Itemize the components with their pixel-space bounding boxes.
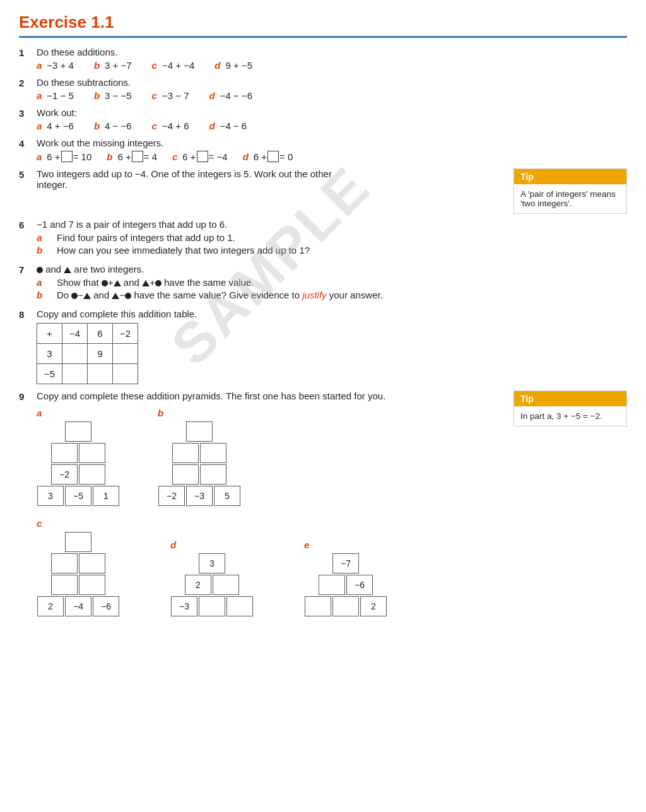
justify-word: justify <box>302 290 326 300</box>
question-2: 2 Do these subtractions. a−1 − 5 b3 − −5… <box>19 77 627 101</box>
q7-number: 7 <box>19 264 37 275</box>
pyr-a-top <box>65 421 91 442</box>
pyr-b-r3 <box>200 464 226 485</box>
pyramid-c-label: c <box>37 518 42 529</box>
triangle-icon <box>64 267 71 273</box>
pyr-e-base-3: 2 <box>360 596 387 616</box>
pyramid-d-label: d <box>170 539 176 550</box>
triangle-icon-a2 <box>142 280 150 286</box>
pyr-e-base-2 <box>332 596 359 616</box>
q8-text: Copy and complete this addition table. <box>37 309 627 319</box>
q5-number: 5 <box>19 169 37 180</box>
q6-text: −1 and 7 is a pair of integers that add … <box>37 219 627 230</box>
q1-part-b-label: b <box>94 60 100 71</box>
circle-icon-a2 <box>155 280 162 286</box>
q2-part-c-expr: −3 − 7 <box>162 90 189 101</box>
pyramid-b-shape: −2 −3 5 <box>158 421 241 507</box>
q1-number: 1 <box>19 47 37 58</box>
pyr-c-base-3: −6 <box>93 596 119 616</box>
pyr-b-base-1: −2 <box>158 486 185 506</box>
q7-sub-a: a Show that + and + have the same value. <box>37 277 627 288</box>
pyr-e-r2: −6 <box>346 575 373 595</box>
pyr-b-base-2: −3 <box>186 486 213 506</box>
pyr-d-l2: 2 <box>185 575 211 595</box>
tip-box-q5: Tip A 'pair of integers' means 'two inte… <box>514 168 627 214</box>
table-header-col1: −4 <box>62 324 88 344</box>
pyr-b-l2 <box>172 443 199 463</box>
q1-part-d-label: d <box>214 60 220 71</box>
triangle-icon-b2 <box>112 293 119 299</box>
pyr-d-top: 3 <box>199 553 225 574</box>
tip-q5-body: A 'pair of integers' means 'two integers… <box>514 184 626 213</box>
table-header-plus: + <box>37 324 62 344</box>
q4-part-c-label: c <box>172 151 177 162</box>
q1-text: Do these additions. <box>37 47 627 57</box>
q7-sub-b-label: b <box>37 290 54 300</box>
pyr-c-l2 <box>51 553 78 574</box>
q6-sub-b-text: How can you see immediately that two int… <box>57 245 310 256</box>
q4-part-a-after: = 10 <box>73 151 92 162</box>
pyr-d-r2 <box>213 575 239 595</box>
q5-text: Two integers add up to −4. One of the in… <box>37 168 365 190</box>
q4-part-d-before: 6 + <box>254 151 267 162</box>
pyr-a-base-1: 3 <box>37 486 64 506</box>
q2-text: Do these subtractions. <box>37 77 627 88</box>
pyr-a-bot-l: −2 <box>51 464 78 485</box>
table-header-col3: −2 <box>113 324 138 344</box>
pyramid-a-shape: −2 3 −5 1 <box>37 421 120 507</box>
pyr-d-base-2 <box>199 596 225 616</box>
q1-part-c-label: c <box>152 60 157 71</box>
question-7: 7 and are two integers. a Show that + an… <box>19 264 627 302</box>
question-3: 3 Work out: a4 + −6 b4 − −6 c−4 + 6 d−4 … <box>19 107 627 131</box>
q3-text: Work out: <box>37 107 627 118</box>
q8-number: 8 <box>19 309 37 320</box>
q2-part-a-expr: −1 − 5 <box>47 90 74 101</box>
q1-part-a-expr: −3 + 4 <box>47 60 74 71</box>
table-row-neg5-cell2 <box>88 364 113 384</box>
q7-sub-b: b Do − and − have the same value? Give e… <box>37 290 627 300</box>
q2-part-d-label: d <box>209 90 215 101</box>
q2-part-a-label: a <box>37 90 42 101</box>
pyr-c-base-2: −4 <box>65 596 91 616</box>
table-header-row: + −4 6 −2 <box>37 324 138 344</box>
question-6: 6 −1 and 7 is a pair of integers that ad… <box>19 219 627 257</box>
q9-number: 9 <box>19 391 37 402</box>
q1-part-d-expr: 9 + −5 <box>225 60 252 71</box>
q4-missing-b <box>132 151 143 162</box>
q3-part-b-label: b <box>94 121 100 131</box>
q4-missing-a <box>61 151 73 162</box>
circle-icon-b2 <box>125 293 131 299</box>
q1-part-c-expr: −4 + −4 <box>162 60 194 71</box>
pyr-b-top <box>186 421 213 442</box>
q6-sub-b-label: b <box>37 245 54 256</box>
table-row3-label: 3 <box>37 344 62 364</box>
q4-missing-d <box>267 151 279 162</box>
q6-sub-b: b How can you see immediately that two i… <box>37 245 627 256</box>
pyramid-d: d 3 2 −3 <box>170 539 254 617</box>
q7-sub-a-text: Show that + and + have the same value. <box>57 277 254 288</box>
tip-box-q9: Tip In part a, 3 + −5 = −2. <box>514 391 627 427</box>
question-1: 1 Do these additions. a−3 + 4 b3 + −7 c−… <box>19 47 627 71</box>
q4-missing-c <box>197 151 208 162</box>
q4-part-d-after: = 0 <box>279 151 293 162</box>
pyr-a-base-3: 1 <box>93 486 119 506</box>
tip-q9-header: Tip <box>514 391 626 406</box>
pyr-c-base-1: 2 <box>37 596 64 616</box>
q2-part-d-expr: −4 − −6 <box>220 90 252 101</box>
table-row3-cell1 <box>62 344 88 364</box>
pyramid-e: e −7 −6 2 <box>304 539 387 617</box>
pyramid-e-shape: −7 −6 2 <box>304 553 387 617</box>
circle-icon-a <box>102 280 108 286</box>
q4-part-a-before: 6 + <box>47 151 60 162</box>
pyr-e-top: −7 <box>332 553 359 574</box>
tip-q5-header: Tip <box>514 169 626 184</box>
triangle-icon-b <box>83 293 91 299</box>
q4-part-c-after: = −4 <box>209 151 228 162</box>
q6-sub-a-label: a <box>37 232 54 243</box>
table-row-neg5-label: −5 <box>37 364 62 384</box>
triangle-icon-a <box>114 280 121 286</box>
pyr-a-mid-r <box>79 443 105 463</box>
pyramid-e-label: e <box>304 539 309 550</box>
q3-part-a-expr: 4 + −6 <box>47 121 74 131</box>
pyr-b-base-3: 5 <box>214 486 240 506</box>
